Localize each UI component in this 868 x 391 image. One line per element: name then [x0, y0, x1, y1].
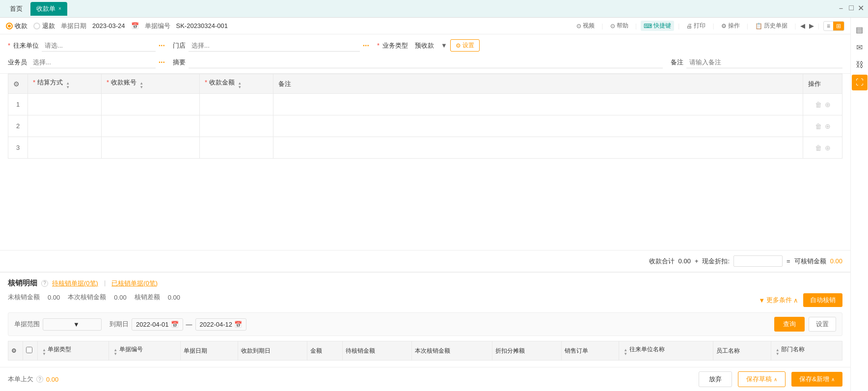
col-sales-order-header: 销售订单 — [561, 341, 619, 361]
sidebar-email-icon[interactable]: ✉ — [852, 39, 868, 55]
diff-value: 0.00 — [168, 294, 180, 301]
row-amount-2[interactable] — [200, 115, 273, 137]
row-settle-3[interactable] — [28, 137, 102, 159]
row-account-3[interactable] — [102, 137, 200, 159]
col-counterpart-label: 往来单位名称 — [629, 346, 665, 353]
tab-current[interactable]: 收款单 × — [30, 2, 67, 16]
bottom-bar: 本单上欠 ? 0.00 放弃 保存草稿 ∧ 保存&新增 ∧ — [0, 367, 850, 391]
close-icon[interactable]: ✕ — [858, 3, 864, 14]
total-label: 收款合计 — [649, 257, 675, 266]
date-from-input[interactable]: 2022-04-01 📅 — [132, 318, 183, 331]
calendar-icon[interactable]: 📅 — [131, 22, 139, 29]
counterpart-input[interactable] — [42, 40, 156, 52]
radio-refund[interactable]: 退款 — [33, 22, 55, 30]
sidebar-expand-icon[interactable]: ⛶ — [852, 75, 868, 90]
tab-home[interactable]: 首页 — [4, 2, 28, 16]
store-more-btn[interactable]: ··· — [363, 41, 369, 50]
filter-settings-btn[interactable]: 设置 — [809, 317, 836, 332]
store-input[interactable] — [189, 40, 360, 52]
table-gear-bottom-icon[interactable]: ⚙ — [11, 347, 17, 354]
delete-icon-1[interactable]: 🗑 — [815, 101, 822, 109]
reconcile-info-row: 未核销金额 0.00 本次核销金额 0.00 核销差额 0.00 ▼ 更多条件 … — [8, 293, 842, 307]
left-arrow-btn[interactable]: ◀ — [800, 22, 805, 29]
calendar-from-icon[interactable]: 📅 — [171, 321, 179, 328]
sort-arrows-settle[interactable]: ▲▼ — [66, 82, 70, 89]
row-account-1[interactable] — [102, 94, 200, 115]
abstract-input[interactable] — [189, 56, 663, 68]
sort-arrows-dept[interactable]: ▲▼ — [776, 348, 780, 356]
sort-arrows-type[interactable]: ▲▼ — [42, 348, 46, 356]
query-btn[interactable]: 查询 — [774, 317, 805, 332]
minimize-icon[interactable]: － — [837, 3, 845, 14]
range-chevron-icon: ▼ — [73, 321, 97, 328]
reconcile-tabs: 待核销单据(0笔) | 已核销单据(0笔) — [52, 279, 158, 288]
print-btn[interactable]: 🖨 打印 — [683, 21, 708, 31]
history-btn[interactable]: 📋 历史单据 — [752, 21, 790, 31]
draft-btn[interactable]: 保存草稿 ∧ — [738, 371, 786, 387]
operate-btn[interactable]: ⚙ 操作 — [718, 21, 743, 31]
delete-icon-2[interactable]: 🗑 — [815, 122, 822, 130]
auto-cancel-btn[interactable]: 自动核销 — [803, 293, 842, 307]
row-remark-1[interactable] — [273, 94, 803, 115]
save-btn[interactable]: 保存&新增 ∧ — [791, 372, 842, 387]
row-settle-1[interactable] — [28, 94, 102, 115]
remark-input[interactable] — [686, 56, 842, 68]
calendar-to-icon[interactable]: 📅 — [234, 321, 242, 328]
row-settle-2[interactable] — [28, 115, 102, 137]
table-gear-icon[interactable]: ⚙ — [13, 80, 20, 88]
sort-arrows-account[interactable]: ▲▼ — [139, 82, 143, 89]
range-select[interactable]: ▼ — [43, 318, 102, 331]
staff-more-btn[interactable]: ··· — [159, 58, 165, 67]
shortcut-btn[interactable]: ⌨ 快捷键 — [641, 21, 674, 31]
row-remark-2[interactable] — [273, 115, 803, 137]
list-view-icon[interactable]: ≡ — [824, 22, 833, 30]
biz-type-arrow[interactable]: ▼ — [441, 42, 447, 49]
done-tab[interactable]: 已核销单据(0笔) — [111, 279, 158, 288]
bottom-info-icon[interactable]: ? — [36, 376, 43, 383]
grid-view-icon[interactable]: ⊞ — [833, 22, 844, 30]
delete-icon-3[interactable]: 🗑 — [815, 144, 822, 152]
store-label: 门店 — [173, 41, 186, 50]
video-btn[interactable]: ⊙ 视频 — [573, 21, 597, 31]
reconcile-info-icon[interactable]: ? — [41, 280, 48, 287]
verify-label: 可核销金额 — [794, 257, 826, 266]
staff-input[interactable] — [30, 56, 156, 68]
abandon-btn[interactable]: 放弃 — [699, 371, 732, 387]
sidebar-link-icon[interactable]: ⛓ — [852, 57, 868, 73]
select-all-checkbox[interactable] — [26, 347, 32, 353]
settings-btn[interactable]: ⚙ 设置 — [450, 39, 480, 52]
copy-icon-3[interactable]: ⊕ — [825, 144, 831, 152]
col-remark-label: 备注 — [278, 80, 291, 87]
col-pending-header: 待核销金额 — [342, 341, 411, 361]
sidebar-table-icon[interactable]: ▤ — [852, 22, 868, 37]
maximize-icon[interactable]: □ — [849, 3, 854, 14]
copy-icon-2[interactable]: ⊕ — [825, 122, 831, 130]
help-btn[interactable]: ⊙ 帮助 — [607, 21, 631, 31]
sort-arrows-counterpart[interactable]: ▲▼ — [624, 348, 627, 356]
right-arrow-btn[interactable]: ▶ — [809, 22, 814, 29]
more-conditions-btn[interactable]: ▼ 更多条件 ∧ — [759, 296, 798, 305]
diff-label: 核销差额 — [135, 293, 160, 302]
counterpart-more-btn[interactable]: ··· — [159, 41, 165, 50]
date-dash: — — [186, 321, 192, 328]
sort-arrows-amount[interactable]: ▲▼ — [238, 82, 242, 89]
row-remark-3[interactable] — [273, 137, 803, 159]
filter-action-btns: 查询 设置 — [774, 317, 836, 332]
row-amount-3[interactable] — [200, 137, 273, 159]
radio-group: 收款 退款 — [6, 22, 55, 30]
row-amount-1[interactable] — [200, 94, 273, 115]
history-icon: 📋 — [755, 23, 762, 29]
video-icon: ⊙ — [576, 23, 581, 29]
counterpart-label: 往来单位 — [13, 41, 39, 50]
radio-receipt[interactable]: 收款 — [6, 22, 27, 30]
bottom-info: 本单上欠 ? 0.00 — [8, 375, 58, 384]
copy-icon-1[interactable]: ⊕ — [825, 101, 831, 109]
sort-arrows-number[interactable]: ▲▼ — [113, 348, 117, 356]
tab-close-icon[interactable]: × — [58, 6, 61, 11]
pending-tab[interactable]: 待核销单据(0笔) — [52, 279, 98, 288]
abstract-field: 摘要 — [173, 56, 663, 68]
date-to-input[interactable]: 2022-04-12 📅 — [195, 318, 247, 331]
row-account-2[interactable] — [102, 115, 200, 137]
reconcile-info: 未核销金额 0.00 本次核销金额 0.00 核销差额 0.00 — [8, 293, 180, 302]
discount-input[interactable] — [733, 255, 783, 267]
